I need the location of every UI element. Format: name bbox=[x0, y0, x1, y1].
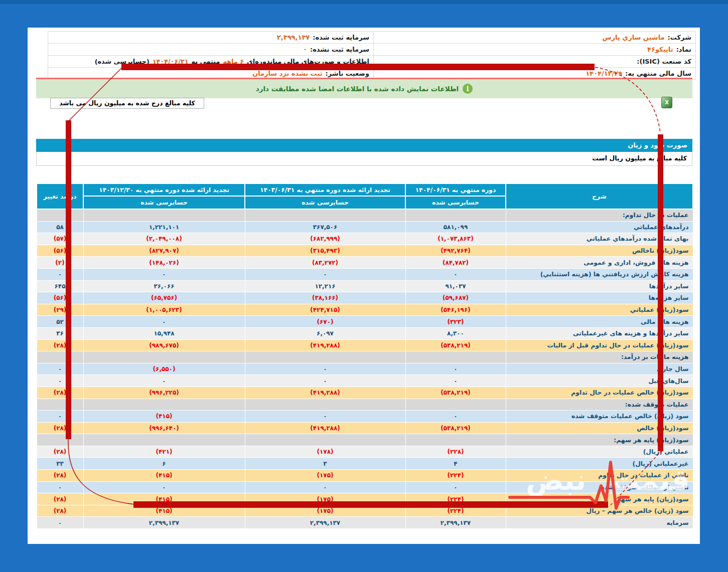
table-row: سود(زیان) خالص(۵۳۸,۲۱۹)(۴۱۹,۲۸۸)(۹۹۶,۶۴۰… bbox=[37, 422, 693, 434]
cell-value: ۲,۳۹۹,۱۳۷ bbox=[405, 517, 506, 529]
cell-empty bbox=[83, 351, 245, 363]
cell-desc: هزینه کاهش ارزش دریافتني ها (هزینه استثن… bbox=[506, 268, 693, 280]
info-row: شرکت:ماشین سازي پارسسرمایه ثبت شده:۲,۳۹۹… bbox=[48, 32, 695, 44]
info-label: نماد: bbox=[676, 46, 691, 53]
cell-desc: سود (زیان) خالص عملیات متوقف شده bbox=[506, 411, 693, 423]
signature-notice-bar: اطلاعات نمایش داده شده با اطلاعات امضا ش… bbox=[36, 79, 692, 98]
cell-desc: سود(زیان) عملیات در حال تداوم قبل از مال… bbox=[506, 339, 693, 351]
info-row: نماد:تاپیکو۴۶سرمایه ثبت نشده:۰ bbox=[48, 44, 695, 56]
section-row: هزینه مالیات بر درآمد: bbox=[37, 351, 693, 363]
cell-value: (۱,۰۰۵,۶۲۳) bbox=[83, 304, 245, 316]
cell-pct-change: ۰ bbox=[37, 375, 83, 387]
cell-value: (۲۲۸) bbox=[405, 446, 506, 458]
table-row: هزینه کاهش ارزش دریافتني ها (هزینه استثن… bbox=[37, 268, 693, 280]
signature-notice-text: اطلاعات نمایش داده شده با اطلاعات امضا ش… bbox=[256, 85, 459, 93]
header-audited: حسابرسی شده bbox=[83, 196, 245, 209]
cell-desc: سرمایه bbox=[506, 517, 693, 529]
cell-value: ۲,۳۹۹,۱۳۷ bbox=[245, 517, 405, 529]
header-period-1403-06: تجدید ارائه شده دوره منتهي به ۱۴۰۳/۰۶/۳۱ bbox=[245, 183, 405, 196]
cell-value: ۳ bbox=[245, 458, 405, 470]
cell-value: (۸۳,۲۷۲) bbox=[245, 257, 405, 269]
cell-value: (۴۱۵) bbox=[83, 411, 245, 423]
table-row: بهای تمام شده درآمدهاي عملياتي(۱,۰۷۳,۸۶۳… bbox=[37, 233, 693, 245]
cell-value: (۴۲۱) bbox=[83, 446, 245, 458]
text-segment: اطلاعات و صورت‌های مالی میاندوره‌ای bbox=[247, 58, 369, 65]
cell-pct-change: ۵۸ bbox=[37, 221, 83, 233]
cell-empty bbox=[405, 434, 506, 446]
cell-value: (۹۹۶,۶۴۰) bbox=[83, 422, 245, 434]
info-field: کد صنعت (ISIC): bbox=[373, 56, 695, 67]
cell-value: ۰ bbox=[405, 268, 506, 280]
info-field: سرمایه ثبت نشده:۰ bbox=[48, 44, 373, 55]
info-label: وضعیت ناشر: bbox=[326, 70, 369, 77]
info-value: تاپیکو۴۶ bbox=[647, 46, 673, 53]
table-row: ناشي از عملیات در حال تداوم(۲۲۴)(۱۷۵)(۴۱… bbox=[37, 470, 693, 482]
cell-section-label: عملیات متوقف شده: bbox=[506, 399, 693, 411]
cell-value: ۰ bbox=[245, 411, 405, 423]
cell-value: ۰ bbox=[245, 375, 405, 387]
table-row: سود(زیان) ناخالص(۴۹۲,۷۶۴)(۳۱۵,۴۹۳)(۸۲۷,۹… bbox=[37, 245, 693, 257]
excel-export-icon[interactable]: X bbox=[661, 97, 672, 108]
table-row: هزینه های مالی(۳۲۳)(۶۷۰)۰۵۲ bbox=[37, 316, 693, 328]
cell-value: ۰ bbox=[83, 375, 245, 387]
cell-value: ۰ bbox=[405, 375, 506, 387]
table-row: سایر هزینه‌ها(۵۹,۶۸۷)(۳۸,۱۶۶)(۶۵,۷۵۶)(۵۶… bbox=[37, 292, 693, 304]
text-segment: ۶ ماهه bbox=[223, 58, 244, 65]
cell-value: ۸,۳۰۰ bbox=[405, 327, 506, 339]
cell-value: (۴۹۲,۷۶۴) bbox=[405, 245, 506, 257]
cell-pct-change: ۰ bbox=[37, 268, 83, 280]
table-row: سال‌هاي قبل۰۰۰۰ bbox=[37, 375, 693, 387]
cell-value: ۰ bbox=[83, 316, 245, 328]
cell-value: (۳۲۳) bbox=[405, 316, 506, 328]
cell-value: (۸۴,۷۸۲) bbox=[405, 257, 506, 269]
cell-desc: هزینه های فروش، اداری و عمومی bbox=[506, 257, 693, 269]
cell-value: (۱۷۸) bbox=[245, 446, 405, 458]
table-row: سود (زیان) خالص عملیات متوقف شده۰۰(۴۱۵)۰ bbox=[37, 411, 693, 423]
cell-value: (۳۸,۱۶۶) bbox=[245, 292, 405, 304]
info-label: سرمایه ثبت نشده: bbox=[310, 46, 369, 53]
cell-value: ۰ bbox=[245, 363, 405, 375]
info-label: سرمایه ثبت شده: bbox=[313, 34, 369, 41]
info-icon: i bbox=[463, 84, 473, 94]
table-row: سود(زیان) خالص عملیات در حال تداوم(۵۳۸,۲… bbox=[37, 387, 693, 399]
cell-desc: هزینه های مالی bbox=[506, 316, 693, 328]
cell-empty bbox=[37, 209, 83, 221]
text-segment: ۱۴۰۴/۰۶/۳۱ bbox=[153, 58, 189, 65]
cell-value: ۰ bbox=[405, 481, 506, 493]
table-row: سود(زیان) عملیاتي(۵۴۶,۱۹۶)(۴۲۴,۷۱۵)(۱,۰۰… bbox=[37, 304, 693, 316]
cell-desc: سال جاري bbox=[506, 363, 693, 375]
header-desc: شرح bbox=[506, 183, 693, 209]
cell-value: ۶,۰۹۷ bbox=[245, 327, 405, 339]
cell-pct-change: ۰ bbox=[37, 363, 83, 375]
cell-desc: سود(زیان) ناخالص bbox=[506, 245, 693, 257]
cell-pct-change: (۵۶) bbox=[37, 245, 83, 257]
info-value: ۱۴۰۴/۱۲/۲۹ bbox=[586, 70, 622, 77]
info-label: شرکت: bbox=[668, 34, 691, 41]
info-value: ۰ bbox=[303, 46, 307, 53]
info-value: ۲,۳۹۹,۱۳۷ bbox=[277, 34, 310, 41]
cell-value: ۰ bbox=[83, 481, 245, 493]
cell-value: ۳۶,۰۶۶ bbox=[83, 280, 245, 292]
cell-value: (۵۹,۶۸۷) bbox=[405, 292, 506, 304]
cell-value: ۰ bbox=[405, 411, 506, 423]
table-row: سود(زیان) پایه هر سهم(۲۲۴)(۱۷۵)(۴۱۵)(۲۸) bbox=[37, 493, 693, 505]
cell-pct-change: ۵۲ bbox=[37, 316, 83, 328]
cell-empty bbox=[405, 399, 506, 411]
header-period-1404: دوره منتهي به ۱۴۰۴/۰۶/۳۱ bbox=[405, 183, 506, 196]
cell-pct-change: ۰ bbox=[37, 481, 83, 493]
report-period-text: اطلاعات و صورت‌های مالی میاندوره‌ای ۶ ما… bbox=[48, 56, 373, 67]
cell-value: (۱۷۵) bbox=[245, 493, 405, 505]
cell-desc: سود (زیان) خالص هر سهم – ریال bbox=[506, 505, 693, 517]
cell-empty bbox=[405, 351, 506, 363]
cell-pct-change: ۰ bbox=[37, 517, 83, 529]
cell-pct-change: (۲۸) bbox=[37, 422, 83, 434]
table-row: سایر درآمدها و هزینه های غیرعملیاتی۸,۳۰۰… bbox=[37, 327, 693, 339]
cell-value: ۰ bbox=[245, 481, 405, 493]
table-row: سایر درآمدها۹۱,۰۳۷۱۲,۲۱۶۳۶,۰۶۶۶۴۵ bbox=[37, 280, 693, 292]
table-header: شرح دوره منتهي به ۱۴۰۴/۰۶/۳۱ تجدید ارائه… bbox=[37, 183, 693, 209]
header-audited: حسابرسی شده bbox=[405, 196, 506, 209]
cell-value: (۴۱۹,۲۸۸) bbox=[245, 387, 405, 399]
cell-desc: درآمدهاي عملياتي bbox=[506, 221, 693, 233]
cell-section-label: سود(زیان) پایه هر سهم: bbox=[506, 434, 693, 446]
cell-value: ۴ bbox=[405, 458, 506, 470]
